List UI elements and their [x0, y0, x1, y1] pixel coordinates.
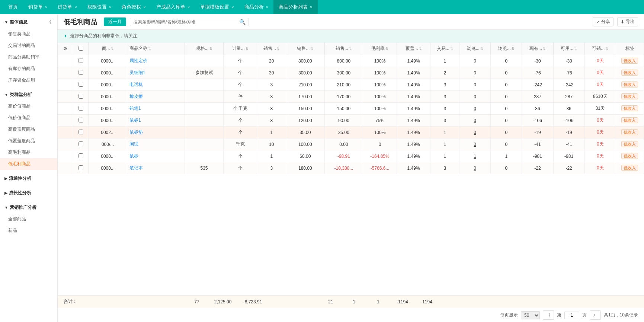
- cell-view1[interactable]: 0: [459, 91, 491, 103]
- close-template-icon[interactable]: ×: [231, 5, 234, 9]
- cell-name[interactable]: 鼠标1: [127, 115, 185, 127]
- nav-home[interactable]: 首页: [3, 0, 23, 14]
- col-code-header[interactable]: 商...⇅: [89, 42, 127, 55]
- cell-name[interactable]: 笔记本: [127, 162, 185, 174]
- cell-name[interactable]: 铅笔1: [127, 103, 185, 115]
- col-spec-header[interactable]: 规格...⇅: [185, 42, 224, 55]
- row-checkbox[interactable]: [79, 58, 83, 63]
- close-roles-icon[interactable]: ×: [143, 5, 145, 9]
- nav-roles[interactable]: 角色授权 ×: [116, 0, 151, 14]
- sidebar-section-circulation-title[interactable]: ▶ 流通性分析: [0, 173, 57, 184]
- sidebar-item-all-products[interactable]: 全部商品: [0, 213, 57, 225]
- nav-purchase[interactable]: 进货单 ×: [52, 0, 82, 14]
- cell-checkbox[interactable]: [73, 91, 88, 103]
- row-checkbox[interactable]: [79, 153, 83, 158]
- col-tag-header[interactable]: 标签: [616, 42, 644, 55]
- row-checkbox[interactable]: [79, 130, 83, 134]
- col-gross-rate-header[interactable]: 毛利率⇅: [363, 42, 397, 55]
- cell-checkbox[interactable]: [73, 150, 88, 162]
- col-name-header[interactable]: 商品名称⇅: [127, 42, 185, 55]
- cell-name[interactable]: 属性定价: [127, 55, 185, 67]
- row-checkbox[interactable]: [79, 106, 83, 111]
- col-checkbox-header[interactable]: [73, 42, 88, 55]
- close-permissions-icon[interactable]: ×: [109, 5, 111, 9]
- cell-checkbox[interactable]: [73, 103, 88, 115]
- cell-view1[interactable]: 0: [459, 55, 491, 67]
- cell-checkbox[interactable]: [73, 55, 88, 67]
- sidebar-item-low-value[interactable]: 低价值商品: [0, 112, 57, 124]
- sidebar-section-marketing-title[interactable]: ▼ 营销推广分析: [0, 202, 57, 213]
- col-cover-header[interactable]: 覆盖...⇅: [397, 42, 430, 55]
- sidebar-item-low-coverage[interactable]: 低覆盖度商品: [0, 135, 57, 147]
- page-number-input[interactable]: [564, 312, 579, 319]
- col-view1-header[interactable]: 浏览...⇅: [459, 42, 491, 55]
- collapse-overall-icon[interactable]: 《: [45, 18, 53, 26]
- sidebar-item-category-rate[interactable]: 商品分类助销率: [0, 51, 57, 63]
- search-input[interactable]: [133, 19, 239, 25]
- close-purchase-icon[interactable]: ×: [74, 5, 77, 9]
- cell-name[interactable]: 吴细细1: [127, 67, 185, 79]
- cell-view1[interactable]: 0: [459, 67, 491, 79]
- cell-checkbox[interactable]: [73, 115, 88, 127]
- sidebar-section-growth-title[interactable]: ▶ 成长性分析: [0, 187, 57, 199]
- sidebar-item-high-coverage[interactable]: 高覆盖度商品: [0, 124, 57, 135]
- nav-product-analysis-list[interactable]: 商品分析列表 ×: [273, 0, 317, 14]
- sidebar-item-new-products[interactable]: 新品: [0, 225, 57, 236]
- select-all-checkbox[interactable]: [79, 46, 83, 51]
- nav-sales[interactable]: 销货单 ×: [23, 0, 52, 14]
- col-avail-stock-header[interactable]: 可用...⇅: [553, 42, 584, 55]
- row-checkbox[interactable]: [79, 94, 83, 99]
- cell-name[interactable]: 橡皮擦: [127, 91, 185, 103]
- cell-checkbox[interactable]: [73, 79, 88, 91]
- cell-view1[interactable]: 0: [459, 79, 491, 91]
- nav-template-settings[interactable]: 单据模板设置 ×: [195, 0, 239, 14]
- col-view2-header[interactable]: 浏览...⇅: [491, 42, 522, 55]
- cell-name[interactable]: 鼠标垫: [127, 127, 185, 138]
- close-product-inbound-icon[interactable]: ×: [188, 5, 190, 9]
- next-page-button[interactable]: 〉: [590, 310, 601, 320]
- col-sell-days-header[interactable]: 可销...⇅: [584, 42, 616, 55]
- cell-view1[interactable]: 0: [459, 127, 491, 138]
- cell-checkbox[interactable]: [73, 127, 88, 138]
- cell-view1[interactable]: 0: [459, 115, 491, 127]
- prev-page-button[interactable]: 〈: [543, 310, 554, 320]
- nav-permissions[interactable]: 权限设置 ×: [82, 0, 116, 14]
- cell-name[interactable]: 测试: [127, 138, 185, 150]
- close-analysis-list-icon[interactable]: ×: [310, 5, 312, 9]
- sidebar-section-cluster-title[interactable]: ▼ 类群堂分析: [0, 89, 57, 101]
- close-sales-icon[interactable]: ×: [45, 5, 47, 9]
- cell-name[interactable]: 鼠标: [127, 150, 185, 162]
- row-checkbox[interactable]: [79, 70, 83, 75]
- cell-checkbox[interactable]: [73, 138, 88, 150]
- filter-month-button[interactable]: 近一月: [104, 17, 126, 26]
- row-checkbox[interactable]: [79, 165, 83, 170]
- sidebar-item-high-margin[interactable]: 高毛利商品: [0, 147, 57, 158]
- cell-checkbox[interactable]: [73, 67, 88, 79]
- page-size-select[interactable]: 50 10 20 100: [521, 311, 540, 319]
- sidebar-item-sales-products[interactable]: 销售类商品: [0, 28, 57, 40]
- row-checkbox[interactable]: [79, 118, 83, 122]
- cell-view1[interactable]: 0: [459, 162, 491, 174]
- nav-product-inbound[interactable]: 产成品入库单 ×: [151, 0, 195, 14]
- col-unit-header[interactable]: 计量...⇅: [223, 42, 257, 55]
- cell-view1[interactable]: 1: [459, 150, 491, 162]
- close-analysis-icon[interactable]: ×: [266, 5, 268, 9]
- col-cur-stock-header[interactable]: 现有...⇅: [522, 42, 553, 55]
- share-button[interactable]: ↗ 分享: [593, 17, 613, 26]
- sidebar-item-traded-products[interactable]: 交易过的商品: [0, 40, 57, 51]
- nav-product-analysis[interactable]: 商品分析 ×: [239, 0, 273, 14]
- export-button[interactable]: ⬇ 导出: [617, 17, 638, 26]
- row-checkbox[interactable]: [79, 141, 83, 146]
- col-sale-amt-header[interactable]: 销售...⇅: [324, 42, 363, 55]
- row-checkbox[interactable]: [79, 82, 83, 87]
- sidebar-item-stock-funds[interactable]: 库存资金占用: [0, 74, 57, 86]
- cell-checkbox[interactable]: [73, 162, 88, 174]
- sidebar-item-high-value[interactable]: 高价值商品: [0, 101, 57, 112]
- sidebar-section-overall-title[interactable]: ▼ 整体信息 《: [0, 16, 57, 28]
- cell-view1[interactable]: 0: [459, 103, 491, 115]
- col-settings[interactable]: ⚙: [58, 42, 73, 55]
- col-trans-header[interactable]: 交易...⇅: [430, 42, 459, 55]
- cell-name[interactable]: 电话机: [127, 79, 185, 91]
- sidebar-item-stocked-products[interactable]: 有库存的商品: [0, 63, 57, 74]
- col-sale-price-header[interactable]: 销售...⇅: [286, 42, 325, 55]
